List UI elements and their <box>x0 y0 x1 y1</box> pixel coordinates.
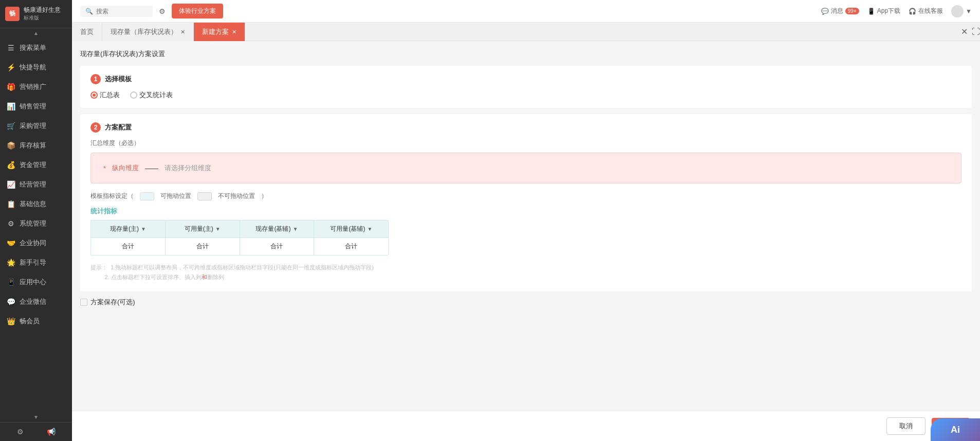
step2-num: 2 <box>90 122 101 133</box>
summary-dim-label: 汇总维度（必选） <box>90 139 961 148</box>
radio-summary-label: 汇总表 <box>100 90 120 100</box>
sidebar-item-sales[interactable]: 📊 销售管理 <box>0 97 72 116</box>
sidebar-scroll-up[interactable]: ▲ <box>0 28 72 38</box>
draggable-label: 可拖动位置 <box>160 192 191 200</box>
sidebar-item-member[interactable]: 👑 畅会员 <box>0 311 72 331</box>
dim-placeholder: 请选择分组维度 <box>165 163 211 173</box>
tab-inventory-label: 现存量（库存状况表） <box>111 23 177 41</box>
tab-inventory-status[interactable]: 现存量（库存状况表） ✕ <box>102 23 194 41</box>
sidebar-item-wechat[interactable]: 💬 企业微信 <box>0 292 72 311</box>
tab-inventory-close-icon[interactable]: ✕ <box>180 23 185 41</box>
system-icon: ⚙ <box>6 219 15 228</box>
message-count: 99+ <box>845 8 859 14</box>
template-indicators-end: ） <box>261 192 267 200</box>
required-star: * <box>103 164 106 172</box>
member-icon: 👑 <box>6 317 15 325</box>
non-draggable-label: 不可拖动位置 <box>218 192 255 200</box>
chevron-down-icon: ▼ <box>293 226 298 232</box>
message-label: 消息 <box>831 7 843 15</box>
user-avatar <box>951 5 964 17</box>
sidebar-item-basics[interactable]: 📋 基础信息 <box>0 194 72 214</box>
sidebar-scroll-down[interactable]: ▼ <box>0 412 72 422</box>
sidebar-item-purchase[interactable]: 🛒 采购管理 <box>0 116 72 136</box>
sidebar-item-inventory[interactable]: 📦 库存核算 <box>0 136 72 155</box>
template-indicators-label: 模板指标设定（ <box>90 192 134 200</box>
col-current-sub-label: 现存量(基辅) <box>256 225 291 233</box>
col-available-sub[interactable]: 可用量(基辅) ▼ <box>314 220 388 237</box>
finance-icon: 💰 <box>6 161 15 169</box>
body-col-available-sub: 合计 <box>314 237 388 255</box>
sidebar-item-quicknav[interactable]: ⚡ 快捷导航 <box>0 58 72 77</box>
search-input[interactable] <box>96 8 148 15</box>
save-checkbox-row[interactable]: 方案保存(可选) <box>80 298 972 307</box>
dim-dash: —— <box>145 164 158 172</box>
sidebar-item-operations[interactable]: 📈 经营管理 <box>0 175 72 194</box>
body-col-current-sub: 合计 <box>240 237 315 255</box>
expand-window-icon[interactable]: ⛶ <box>972 27 980 36</box>
sidebar-item-label: 企业微信 <box>20 297 46 306</box>
save-checkbox-box[interactable] <box>80 299 87 306</box>
volume-icon[interactable]: 📢 <box>47 428 56 436</box>
tab-new-scheme-label: 新建方案 <box>202 23 229 41</box>
sidebar-item-finance[interactable]: 💰 资金管理 <box>0 155 72 175</box>
sidebar-item-marketing[interactable]: 🎁 营销推广 <box>0 77 72 97</box>
step1-card: 1 选择模板 汇总表 交叉统计表 <box>80 66 972 108</box>
tab-home-label: 首页 <box>80 23 94 41</box>
sidebar-item-appcenter[interactable]: 📱 应用中心 <box>0 272 72 292</box>
sidebar-item-collab[interactable]: 🤝 企业协同 <box>0 233 72 253</box>
topbar: 🔍 ⚙ 体验行业方案 💬 消息 99+ 📱 App下载 🎧 在线客服 ▼ <box>72 0 980 23</box>
user-menu[interactable]: ▼ <box>951 5 972 17</box>
settings-icon[interactable]: ⚙ <box>17 428 24 436</box>
sales-icon: 📊 <box>6 102 15 111</box>
message-badge[interactable]: 💬 消息 99+ <box>821 7 859 15</box>
stats-table-header: 现存量(主) ▼ 可用量(主) ▼ 现存量(基辅) ▼ <box>91 220 388 237</box>
ai-float-button[interactable]: Ai <box>931 418 980 441</box>
sidebar-bottom: ⚙ 📢 <box>0 422 72 441</box>
sidebar-item-system[interactable]: ⚙ 系统管理 <box>0 214 72 233</box>
purchase-icon: 🛒 <box>6 122 15 130</box>
col-current-main[interactable]: 现存量(主) ▼ <box>91 220 166 237</box>
tab-home[interactable]: 首页 <box>72 23 102 41</box>
sidebar-item-label: 经营管理 <box>20 180 46 189</box>
radio-summary-circle <box>90 91 98 99</box>
sidebar-item-label: 应用中心 <box>20 278 46 287</box>
sidebar-item-search[interactable]: ☰ 搜索菜单 <box>0 38 72 58</box>
col-available-sub-label: 可用量(基辅) <box>330 225 365 233</box>
close-window-icon[interactable]: ✕ <box>961 27 968 36</box>
chevron-down-icon: ▼ <box>141 226 146 232</box>
sidebar-item-label: 库存核算 <box>20 141 46 150</box>
body-col-current-main: 合计 <box>91 237 166 255</box>
bottom-bar: 取消 查询 <box>72 411 980 441</box>
app-download-link[interactable]: 📱 App下载 <box>867 7 900 15</box>
tab-new-scheme[interactable]: 新建方案 ✕ <box>194 23 245 41</box>
col-available-main[interactable]: 可用量(主) ▼ <box>166 220 240 237</box>
main-area: 🔍 ⚙ 体验行业方案 💬 消息 99+ 📱 App下载 🎧 在线客服 ▼ <box>72 0 980 441</box>
app-download-label: App下载 <box>877 7 900 15</box>
sidebar-item-label: 资金管理 <box>20 160 46 170</box>
trial-button[interactable]: 体验行业方案 <box>172 4 223 19</box>
app-version: 标准版 <box>24 14 61 22</box>
sidebar-item-label: 畅会员 <box>20 317 40 326</box>
gear-icon[interactable]: ⚙ <box>159 7 166 15</box>
cancel-button[interactable]: 取消 <box>886 417 925 435</box>
tab-new-scheme-close-icon[interactable]: ✕ <box>232 23 237 41</box>
ai-label: Ai <box>951 425 960 435</box>
online-service-link[interactable]: 🎧 在线客服 <box>909 7 943 15</box>
radio-summary[interactable]: 汇总表 <box>90 90 120 100</box>
radio-cross[interactable]: 交叉统计表 <box>130 90 173 100</box>
vertical-dim-label: 纵向维度 <box>112 163 139 173</box>
step2-label: 方案配置 <box>105 123 132 132</box>
step1-num: 1 <box>90 74 101 84</box>
dimension-selector[interactable]: * 纵向维度 —— 请选择分组维度 <box>90 153 961 183</box>
page-title: 现存量(库存状况表)方案设置 <box>80 49 972 59</box>
save-label: 方案保存(可选) <box>90 298 135 307</box>
template-radio-group: 汇总表 交叉统计表 <box>90 90 961 100</box>
sidebar-item-newguide[interactable]: 🌟 新手引导 <box>0 253 72 272</box>
col-current-sub[interactable]: 现存量(基辅) ▼ <box>240 220 315 237</box>
body-cell-available-main: 合计 <box>166 237 240 255</box>
step1-header: 1 选择模板 <box>90 74 961 84</box>
tabs-bar: 首页 现存量（库存状况表） ✕ 新建方案 ✕ ✕ ⛶ <box>72 23 980 41</box>
search-box[interactable]: 🔍 <box>80 6 153 17</box>
sidebar-item-label: 销售管理 <box>20 102 46 111</box>
sidebar: 畅 畅康通好生意 标准版 ▲ ☰ 搜索菜单 ⚡ 快捷导航 🎁 营销推广 📊 销售… <box>0 0 72 441</box>
